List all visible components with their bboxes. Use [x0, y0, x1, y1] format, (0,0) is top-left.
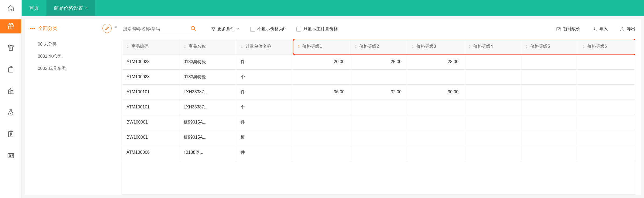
- cell-code[interactable]: BW100001: [122, 115, 179, 130]
- cell-code[interactable]: BW100001: [122, 130, 179, 145]
- cell-p6[interactable]: [578, 130, 635, 145]
- table-row[interactable]: ATM1000280133奥特曼个: [122, 69, 635, 84]
- cell-p1[interactable]: [293, 115, 350, 130]
- column-header-code[interactable]: ▲▼商品编码: [122, 39, 179, 54]
- search-input[interactable]: [122, 24, 197, 34]
- cell-p2[interactable]: [350, 130, 407, 145]
- cell-unit[interactable]: 个: [236, 69, 293, 84]
- cell-p1[interactable]: [293, 100, 350, 115]
- cell-p1[interactable]: [293, 69, 350, 84]
- cell-unit[interactable]: 件: [236, 84, 293, 100]
- cell-p3[interactable]: 28.00: [407, 54, 464, 69]
- cell-unit[interactable]: 个: [236, 100, 293, 115]
- cell-p4[interactable]: [464, 115, 521, 130]
- cell-p5[interactable]: [521, 130, 578, 145]
- column-header-p2[interactable]: ▲▼价格等级2: [350, 39, 407, 54]
- export-button[interactable]: 导出: [620, 26, 635, 32]
- cell-p3[interactable]: [407, 115, 464, 130]
- rail-item-building[interactable]: [0, 84, 21, 98]
- column-header-p1[interactable]: ▲▼价格等级1: [293, 39, 350, 54]
- rail-item-bag[interactable]: [0, 63, 21, 77]
- category-item[interactable]: 0001 水枪类: [25, 50, 117, 63]
- rail-item-money[interactable]: ¥: [0, 106, 21, 120]
- cell-unit[interactable]: 件: [236, 115, 293, 130]
- cell-p3[interactable]: [407, 100, 464, 115]
- show-main-unit-checkbox[interactable]: 只显示主计量价格: [296, 26, 338, 32]
- cell-p2[interactable]: 32.00: [350, 84, 407, 100]
- close-icon[interactable]: ×: [85, 6, 88, 11]
- table-row[interactable]: BW100001板99015A...板: [122, 130, 635, 145]
- cell-p4[interactable]: [464, 69, 521, 84]
- column-header-p5[interactable]: ▲▼价格等级5: [521, 39, 578, 54]
- cell-name[interactable]: 板99015A...: [179, 130, 236, 145]
- cell-name[interactable]: 0133奥特曼: [179, 54, 236, 69]
- cell-unit[interactable]: 件: [236, 54, 293, 69]
- cell-code[interactable]: ATM100028: [122, 54, 179, 69]
- cell-p2[interactable]: [350, 100, 407, 115]
- rail-item-contact[interactable]: [0, 149, 21, 163]
- cell-p6[interactable]: [578, 54, 635, 69]
- cell-p6[interactable]: [578, 145, 635, 160]
- cell-p5[interactable]: [521, 100, 578, 115]
- cell-name[interactable]: ↑0138奥...: [179, 145, 236, 160]
- cell-p6[interactable]: [578, 115, 635, 130]
- category-item[interactable]: 0002 玩具车类: [25, 63, 117, 75]
- rail-item-gift[interactable]: [0, 19, 21, 33]
- rail-item-tshirt[interactable]: $: [0, 41, 21, 55]
- cell-p5[interactable]: [521, 54, 578, 69]
- cell-p5[interactable]: [521, 145, 578, 160]
- column-header-p3[interactable]: ▲▼价格等级3: [407, 39, 464, 54]
- topbar-home-button[interactable]: [0, 0, 22, 16]
- rail-item-clipboard[interactable]: [0, 127, 21, 141]
- import-button[interactable]: 导入: [592, 26, 608, 32]
- cell-p4[interactable]: [464, 54, 521, 69]
- cell-p3[interactable]: [407, 145, 464, 160]
- cell-p2[interactable]: [350, 145, 407, 160]
- table-row[interactable]: ATM100006↑0138奥...件: [122, 145, 635, 160]
- edit-category-button[interactable]: [102, 24, 112, 33]
- table-row[interactable]: ATM100101LXH33387...件36.0032.0030.00: [122, 84, 635, 100]
- cell-code[interactable]: ATM100101: [122, 84, 179, 100]
- cell-p2[interactable]: 25.00: [350, 54, 407, 69]
- smart-edit-button[interactable]: 智能改价: [556, 26, 580, 32]
- search-button[interactable]: [190, 26, 196, 32]
- cell-p6[interactable]: [578, 100, 635, 115]
- cell-p1[interactable]: [293, 130, 350, 145]
- cell-p4[interactable]: [464, 84, 521, 100]
- column-header-p6[interactable]: ▲▼价格等级6: [578, 39, 635, 54]
- cell-code[interactable]: ATM100101: [122, 100, 179, 115]
- cell-p5[interactable]: [521, 115, 578, 130]
- cell-unit[interactable]: 板: [236, 130, 293, 145]
- cell-p1[interactable]: [293, 145, 350, 160]
- cell-name[interactable]: 板99015A...: [179, 115, 236, 130]
- column-header-p4[interactable]: ▲▼价格等级4: [464, 39, 521, 54]
- cell-name[interactable]: LXH33387...: [179, 100, 236, 115]
- table-row[interactable]: ATM1000280133奥特曼件20.0025.0028.00: [122, 54, 635, 69]
- cell-p3[interactable]: [407, 130, 464, 145]
- cell-p3[interactable]: 30.00: [407, 84, 464, 100]
- cell-p6[interactable]: [578, 84, 635, 100]
- tab-home[interactable]: 首页: [22, 0, 46, 16]
- column-header-unit[interactable]: ▲▼计量单位名称: [236, 39, 293, 54]
- cell-p2[interactable]: [350, 115, 407, 130]
- cell-p2[interactable]: [350, 69, 407, 84]
- tab-price-settings[interactable]: 商品价格设置 ×: [46, 0, 95, 16]
- cell-name[interactable]: LXH33387...: [179, 84, 236, 100]
- cell-p1[interactable]: 20.00: [293, 54, 350, 69]
- cell-p4[interactable]: [464, 130, 521, 145]
- cell-unit[interactable]: 件: [236, 145, 293, 160]
- cell-code[interactable]: ATM100006: [122, 145, 179, 160]
- cell-p5[interactable]: [521, 69, 578, 84]
- column-header-name[interactable]: ▲▼商品名称: [179, 39, 236, 54]
- table-row[interactable]: BW100001板99015A...件: [122, 115, 635, 130]
- cell-p5[interactable]: [521, 84, 578, 100]
- cell-p3[interactable]: [407, 69, 464, 84]
- cell-code[interactable]: ATM100028: [122, 69, 179, 84]
- cell-name[interactable]: 0133奥特曼: [179, 69, 236, 84]
- more-filters-button[interactable]: 更多条件 ﹀: [211, 26, 239, 32]
- cell-p4[interactable]: [464, 100, 521, 115]
- table-row[interactable]: ATM100101LXH33387...个: [122, 100, 635, 115]
- cell-p6[interactable]: [578, 69, 635, 84]
- category-item[interactable]: 00 未分类: [25, 38, 117, 50]
- cell-p1[interactable]: 36.00: [293, 84, 350, 100]
